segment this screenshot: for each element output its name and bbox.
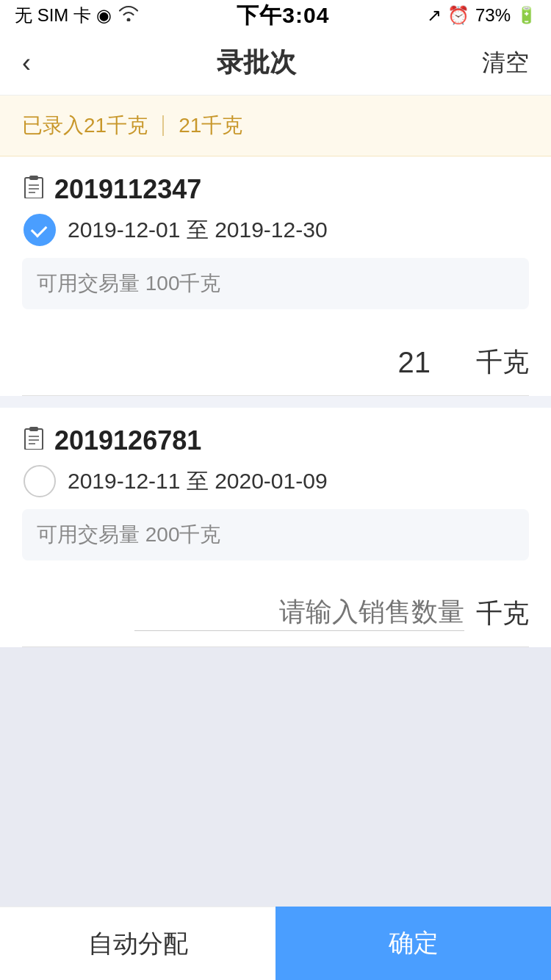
summary-value: 21千克	[179, 112, 242, 140]
confirm-button[interactable]: 确定	[276, 907, 551, 980]
batch-1-id: 2019112347	[54, 174, 201, 205]
summary-bar: 已录入21千克 21千克	[0, 96, 551, 156]
batch-2-avail-box: 可用交易量 200千克	[22, 509, 529, 561]
status-bar: 无 SIM 卡 ◉ 下午3:04 ↗ ⏰ 73% 🔋	[0, 0, 551, 31]
status-left: 无 SIM 卡 ◉	[15, 4, 140, 27]
nav-bar: ‹ 录批次 清空	[0, 31, 551, 96]
batch-1-header: 2019112347	[22, 174, 529, 205]
batch-1-avail-text: 可用交易量 100千克	[37, 272, 221, 295]
location-icon: ↗	[427, 5, 442, 26]
batch-2-date: 2019-12-11 至 2020-01-09	[68, 466, 328, 497]
batch-1-radio[interactable]	[24, 214, 56, 246]
page-title: 录批次	[217, 45, 296, 81]
batch-2-header: 2019126781	[22, 425, 529, 456]
batch-1-quantity-unit: 千克	[476, 345, 529, 381]
item-divider	[0, 396, 551, 408]
svg-rect-5	[25, 429, 43, 450]
summary-divider	[162, 115, 164, 136]
no-sim-text: 无 SIM 卡 ◉	[15, 4, 112, 27]
batch-2-date-row: 2019-12-11 至 2020-01-09	[22, 465, 529, 497]
back-button[interactable]: ‹	[22, 48, 31, 79]
batch-1-icon	[22, 175, 46, 204]
batch-1-avail-box: 可用交易量 100千克	[22, 258, 529, 309]
batch-2-id: 2019126781	[54, 425, 201, 456]
summary-recorded-label: 已录入21千克	[22, 112, 148, 140]
batch-1-quantity-value: 21	[398, 346, 431, 379]
batch-1-date: 2019-12-01 至 2019-12-30	[68, 215, 328, 245]
batch-2-avail-text: 可用交易量 200千克	[37, 523, 221, 546]
bottom-bar: 自动分配 确定	[0, 907, 551, 980]
wifi-icon	[118, 5, 140, 26]
batch-item-1: 2019112347 2019-12-01 至 2019-12-30 可用交易量…	[0, 156, 551, 396]
battery-icon: 🔋	[516, 6, 536, 25]
status-time: 下午3:04	[237, 1, 329, 31]
svg-rect-6	[29, 427, 38, 431]
batch-2-quantity-input[interactable]	[134, 597, 464, 631]
svg-rect-0	[25, 178, 43, 198]
batch-2-radio[interactable]	[24, 465, 56, 497]
clear-button[interactable]: 清空	[482, 47, 529, 79]
batch-item-2: 2019126781 2019-12-11 至 2020-01-09 可用交易量…	[0, 408, 551, 647]
svg-rect-1	[29, 176, 38, 180]
battery-text: 73%	[475, 5, 511, 26]
batch-1-date-row: 2019-12-01 至 2019-12-30	[22, 214, 529, 246]
batch-2-icon	[22, 426, 46, 455]
batch-2-quantity-unit: 千克	[476, 596, 529, 632]
alarm-icon: ⏰	[447, 5, 469, 26]
batch-1-quantity-row: 21 千克	[0, 330, 551, 395]
status-right: ↗ ⏰ 73% 🔋	[427, 5, 536, 26]
batch-2-quantity-row[interactable]: 千克	[0, 581, 551, 646]
auto-distribute-button[interactable]: 自动分配	[0, 907, 276, 980]
